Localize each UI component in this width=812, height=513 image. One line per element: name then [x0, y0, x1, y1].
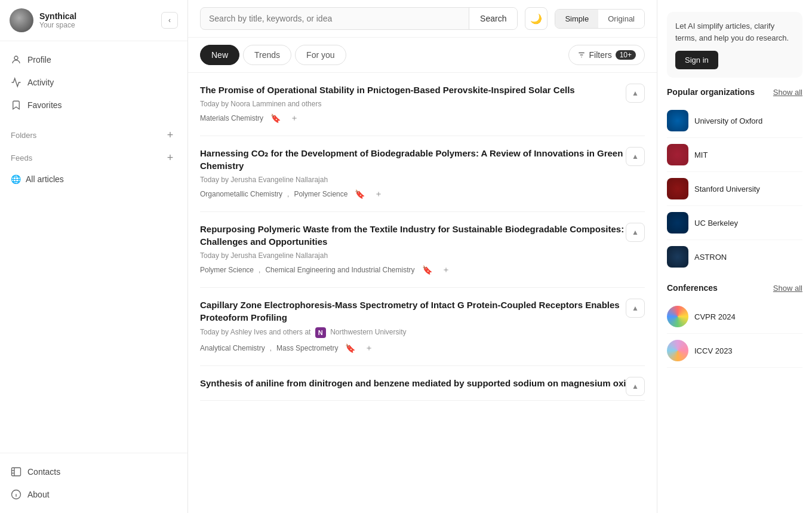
org-item-astron[interactable]: ASTRON: [667, 240, 802, 274]
article-card: Repurposing Polymeric Waste from the Tex…: [200, 212, 645, 288]
sidebar-item-profile[interactable]: Profile: [0, 48, 187, 71]
activity-icon: [11, 77, 21, 88]
sidebar-bottom: Contacts About: [0, 453, 187, 513]
bookmark-article-button[interactable]: 🔖: [343, 342, 358, 354]
promo-box: Let AI simplify articles, clarify terms,…: [667, 12, 802, 78]
collapse-sidebar-button[interactable]: ‹: [161, 12, 178, 29]
tag-separator: ,: [259, 266, 260, 274]
user-name: Synthical: [39, 11, 155, 21]
folders-label: Folders: [11, 131, 36, 140]
stanford-logo: [667, 178, 688, 199]
globe-icon: 🌐: [11, 174, 21, 184]
search-input[interactable]: [201, 8, 469, 29]
article-title[interactable]: The Promise of Operational Stability in …: [200, 84, 645, 96]
article-title[interactable]: Capillary Zone Electrophoresis-Mass Spec…: [200, 299, 645, 324]
upvote-button[interactable]: ▲: [626, 377, 645, 396]
show-all-orgs-link[interactable]: Show all: [773, 88, 802, 97]
article-card: Capillary Zone Electrophoresis-Mass Spec…: [200, 288, 645, 366]
add-article-button[interactable]: ＋: [372, 188, 385, 201]
add-article-button[interactable]: ＋: [439, 263, 453, 277]
article-university: Northwestern University: [330, 328, 406, 336]
person-icon: [11, 54, 21, 65]
sidebar-item-favorites[interactable]: Favorites: [0, 94, 187, 116]
conf-item-iccv[interactable]: ICCV 2023: [667, 334, 802, 368]
add-feed-button[interactable]: +: [164, 151, 177, 164]
filters-button[interactable]: Filters 10+: [568, 45, 645, 65]
feeds-section: Feeds +: [0, 146, 187, 169]
upvote-button[interactable]: ▲: [626, 84, 645, 103]
bookmark-icon: [11, 100, 21, 110]
conferences-title: Conferences: [667, 283, 718, 293]
article-title[interactable]: Harnessing CO₂ for the Development of Bi…: [200, 147, 645, 172]
bookmark-article-button[interactable]: 🔖: [352, 188, 367, 200]
add-article-button[interactable]: ＋: [362, 342, 376, 355]
article-footer: Organometallic Chemistry , Polymer Scien…: [200, 188, 645, 201]
tabs-row: New Trends For you Filters 10+: [188, 38, 657, 73]
tab-new[interactable]: New: [200, 45, 239, 65]
profile-label: Profile: [27, 55, 51, 64]
article-tag: Materials Chemistry: [200, 114, 263, 122]
folders-section: Folders +: [0, 124, 187, 146]
conf-name: CVPR 2024: [694, 312, 736, 321]
tab-for-you[interactable]: For you: [295, 45, 346, 65]
upvote-button[interactable]: ▲: [626, 223, 645, 242]
view-simple-button[interactable]: Simple: [555, 10, 598, 28]
moon-icon: 🌙: [530, 13, 542, 24]
view-original-button[interactable]: Original: [598, 10, 644, 28]
filters-label: Filters: [589, 50, 612, 60]
bookmark-article-button[interactable]: 🔖: [268, 112, 283, 124]
org-name: MIT: [694, 150, 708, 159]
cvpr-logo: [667, 306, 688, 327]
filters-count: 10+: [616, 50, 636, 60]
university-logo-n: N: [315, 327, 326, 338]
dark-mode-button[interactable]: 🌙: [525, 7, 548, 30]
org-name: Stanford University: [694, 185, 760, 193]
org-name: UC Berkeley: [694, 219, 738, 228]
promo-text: Let AI simplify articles, clarify terms,…: [675, 20, 794, 44]
sidebar-item-about[interactable]: About: [0, 483, 187, 506]
conferences-section: Conferences Show all CVPR 2024 ICCV 2023: [667, 283, 802, 368]
topbar: Search 🌙 Simple Original: [188, 0, 657, 38]
show-all-conf-link[interactable]: Show all: [773, 284, 802, 293]
sign-in-button[interactable]: Sign in: [675, 51, 718, 69]
conferences-header: Conferences Show all: [667, 283, 802, 293]
article-meta: Today by Jerusha Evangeline Nallarajah: [200, 176, 645, 184]
upvote-button[interactable]: ▲: [626, 299, 645, 318]
view-toggle: Simple Original: [555, 9, 645, 29]
article-tag-2: Polymer Science: [294, 190, 347, 198]
org-name: ASTRON: [694, 253, 727, 262]
contacts-label: Contacts: [27, 467, 60, 477]
org-item-mit[interactable]: MIT: [667, 138, 802, 172]
tab-trends[interactable]: Trends: [243, 45, 291, 65]
conf-item-cvpr[interactable]: CVPR 2024: [667, 300, 802, 334]
org-item-ucb[interactable]: UC Berkeley: [667, 206, 802, 240]
add-article-button[interactable]: ＋: [288, 112, 301, 125]
sidebar-item-contacts[interactable]: Contacts: [0, 460, 187, 483]
main-content: Search 🌙 Simple Original New Trends For …: [188, 0, 657, 513]
article-title[interactable]: Synthesis of aniline from dinitrogen and…: [200, 377, 645, 389]
bookmark-article-button[interactable]: 🔖: [420, 264, 435, 276]
upvote-button[interactable]: ▲: [626, 147, 645, 166]
svg-point-0: [14, 56, 18, 60]
org-name: University of Oxford: [694, 116, 762, 125]
org-item-oxford[interactable]: University of Oxford: [667, 104, 802, 138]
article-footer: Materials Chemistry 🔖 ＋: [200, 112, 645, 125]
article-title[interactable]: Repurposing Polymeric Waste from the Tex…: [200, 223, 645, 248]
popular-orgs-title: Popular organizations: [667, 87, 755, 97]
sidebar-nav: Profile Activity Favorites: [0, 41, 187, 124]
ucb-logo: [667, 212, 688, 234]
article-card: Synthesis of aniline from dinitrogen and…: [200, 366, 645, 401]
sidebar-item-activity[interactable]: Activity: [0, 71, 187, 94]
sidebar-item-all-articles[interactable]: 🌐 All articles: [0, 169, 187, 189]
filters-icon: [577, 51, 586, 59]
search-button[interactable]: Search: [469, 8, 517, 29]
article-card: The Promise of Operational Stability in …: [200, 73, 645, 136]
oxford-logo: [667, 110, 688, 131]
info-icon: [11, 489, 21, 500]
org-item-stanford[interactable]: Stanford University: [667, 172, 802, 206]
tag-separator: ,: [270, 344, 272, 352]
article-meta: Today by Ashley Ives and others at N Nor…: [200, 327, 645, 338]
all-articles-label: All articles: [26, 174, 64, 184]
article-tag-2: Mass Spectrometry: [276, 344, 338, 352]
add-folder-button[interactable]: +: [164, 128, 177, 142]
